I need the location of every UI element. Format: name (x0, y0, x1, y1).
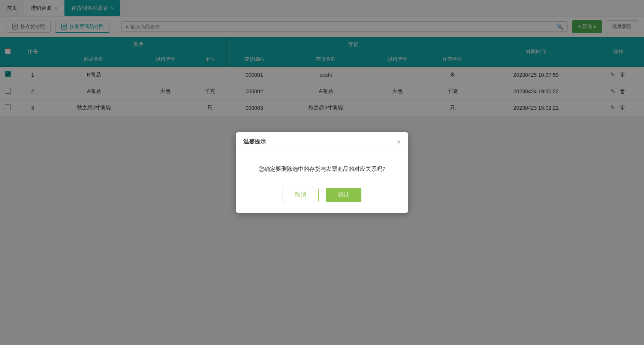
dialog-message: 您确定要删除选中的存货与发票商品的对应关系吗? (259, 166, 385, 172)
dialog-footer: 取消 确认 (236, 184, 408, 213)
confirm-dialog: 温馨提示 × 您确定要删除选中的存货与发票商品的对应关系吗? 取消 确认 (236, 132, 408, 213)
dialog-close-icon[interactable]: × (397, 139, 401, 145)
dialog-title: 温馨提示 (243, 138, 266, 145)
dialog-body: 您确定要删除选中的存货与发票商品的对应关系吗? (236, 151, 408, 184)
dialog-overlay: 温馨提示 × 您确定要删除选中的存货与发票商品的对应关系吗? 取消 确认 (0, 0, 644, 345)
cancel-button[interactable]: 取消 (283, 188, 319, 202)
dialog-header: 温馨提示 × (236, 132, 408, 151)
confirm-button[interactable]: 确认 (326, 188, 361, 202)
